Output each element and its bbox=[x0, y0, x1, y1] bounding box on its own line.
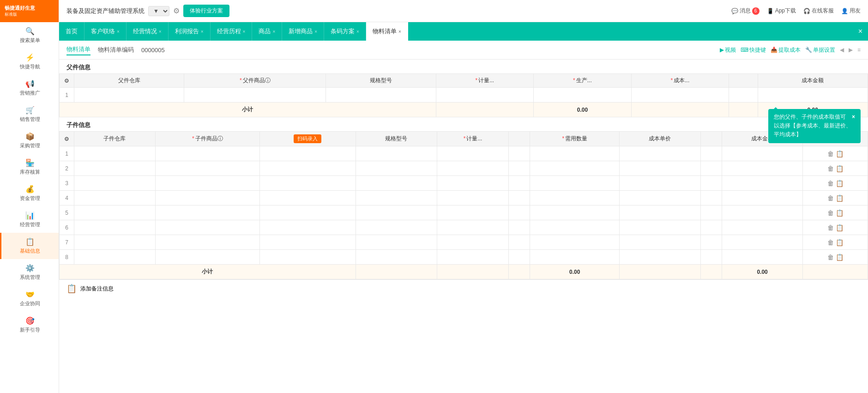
sidebar-item-finance[interactable]: 💰 资金管理 bbox=[0, 180, 59, 206]
copy-icon-7[interactable]: 📋 bbox=[836, 239, 844, 246]
child-qty-8[interactable] bbox=[530, 250, 620, 265]
parent-production-1[interactable] bbox=[534, 88, 632, 103]
child-spec-2[interactable] bbox=[356, 161, 437, 176]
delete-icon-1[interactable]: 🗑 bbox=[827, 150, 834, 157]
tab-operations-close[interactable]: × bbox=[159, 29, 162, 34]
delete-icon-4[interactable]: 🗑 bbox=[827, 194, 834, 202]
user-item[interactable]: 👤 用友 bbox=[841, 7, 861, 15]
child-unit-cost-6[interactable] bbox=[620, 220, 701, 235]
tab-history[interactable]: 经营历程 × bbox=[211, 22, 253, 41]
child-unit-cost-5[interactable] bbox=[620, 206, 701, 220]
child-goods-1[interactable] bbox=[155, 146, 259, 161]
child-unit-3[interactable] bbox=[437, 176, 509, 191]
child-goods-3[interactable] bbox=[155, 176, 259, 191]
child-unit-4[interactable] bbox=[437, 191, 509, 206]
child-unit-cost-1[interactable] bbox=[620, 146, 701, 161]
tooltip-close[interactable]: × bbox=[852, 113, 855, 121]
sidebar-item-guide[interactable]: 🎯 新手引导 bbox=[0, 312, 59, 338]
child-spec-7[interactable] bbox=[356, 235, 437, 250]
delete-icon-8[interactable]: 🗑 bbox=[827, 254, 834, 261]
child-spec-1[interactable] bbox=[356, 146, 437, 161]
child-warehouse-8[interactable] bbox=[74, 250, 156, 265]
bottom-icon[interactable]: 📋 bbox=[66, 284, 77, 294]
child-qty-5[interactable] bbox=[530, 206, 620, 220]
parent-warehouse-1[interactable] bbox=[74, 88, 184, 103]
action-shortcut[interactable]: ⌨ 快捷键 bbox=[741, 46, 766, 54]
tab-goods-close[interactable]: × bbox=[272, 29, 275, 34]
tab-profit[interactable]: 利润报告 × bbox=[169, 22, 211, 41]
delete-icon-5[interactable]: 🗑 bbox=[827, 209, 834, 217]
child-warehouse-6[interactable] bbox=[74, 220, 156, 235]
child-col-settings[interactable]: ⚙ bbox=[60, 132, 74, 146]
child-unit-cost-2[interactable] bbox=[620, 161, 701, 176]
child-warehouse-1[interactable] bbox=[74, 146, 156, 161]
sidebar-item-basic-info[interactable]: 📋 基础信息 bbox=[0, 233, 59, 259]
child-warehouse-2[interactable] bbox=[74, 161, 156, 176]
sidebar-item-system[interactable]: ⚙️ 系统管理 bbox=[0, 259, 59, 285]
child-goods-7[interactable] bbox=[155, 235, 259, 250]
sub-tab-bom[interactable]: 物料清单 bbox=[66, 44, 90, 55]
child-unit-cost-3[interactable] bbox=[620, 176, 701, 191]
child-goods-4[interactable] bbox=[155, 191, 259, 206]
child-spec-6[interactable] bbox=[356, 220, 437, 235]
sidebar-item-quick-nav[interactable]: ⚡ 快捷导航 bbox=[0, 48, 59, 75]
action-single-settings[interactable]: 🔧 单据设置 bbox=[805, 46, 835, 54]
nav-prev[interactable]: ◀ bbox=[840, 47, 844, 53]
sidebar-item-enterprise[interactable]: 🤝 企业协同 bbox=[0, 285, 59, 312]
settings-icon[interactable]: ⚙ bbox=[173, 6, 180, 15]
child-unit-cost-8[interactable] bbox=[620, 250, 701, 265]
child-qty-2[interactable] bbox=[530, 161, 620, 176]
parent-goods-1[interactable] bbox=[184, 88, 326, 103]
child-unit-2[interactable] bbox=[437, 161, 509, 176]
child-qty-4[interactable] bbox=[530, 191, 620, 206]
child-qty-6[interactable] bbox=[530, 220, 620, 235]
tab-history-close[interactable]: × bbox=[243, 29, 246, 34]
child-spec-3[interactable] bbox=[356, 176, 437, 191]
action-extract-cost[interactable]: 📥 提取成本 bbox=[771, 46, 801, 54]
tab-new-goods-close[interactable]: × bbox=[314, 29, 317, 34]
close-all-tabs[interactable]: × bbox=[853, 27, 868, 36]
scan-button[interactable]: 扫码录入 bbox=[294, 134, 321, 143]
child-warehouse-5[interactable] bbox=[74, 206, 156, 220]
child-spec-5[interactable] bbox=[356, 206, 437, 220]
delete-icon-6[interactable]: 🗑 bbox=[827, 224, 834, 231]
copy-icon-6[interactable]: 📋 bbox=[836, 224, 844, 231]
sidebar-item-sales[interactable]: 🛒 销售管理 bbox=[0, 101, 59, 127]
child-qty-1[interactable] bbox=[530, 146, 620, 161]
copy-icon-4[interactable]: 📋 bbox=[836, 194, 844, 202]
child-col-scan[interactable]: 扫码录入 bbox=[259, 132, 356, 146]
child-unit-1[interactable] bbox=[437, 146, 509, 161]
parent-unit-1[interactable] bbox=[436, 88, 534, 103]
sidebar-item-inventory[interactable]: 🏪 库存核算 bbox=[0, 154, 59, 180]
child-warehouse-7[interactable] bbox=[74, 235, 156, 250]
copy-icon-5[interactable]: 📋 bbox=[836, 209, 844, 217]
message-item[interactable]: 💬 消息 6 bbox=[731, 7, 760, 15]
child-qty-3[interactable] bbox=[530, 176, 620, 191]
child-unit-cost-7[interactable] bbox=[620, 235, 701, 250]
child-unit-8[interactable] bbox=[437, 250, 509, 265]
tab-home[interactable]: 首页 bbox=[59, 22, 84, 41]
sidebar-item-search[interactable]: 🔍 搜索菜单 bbox=[0, 22, 59, 48]
tab-barcode[interactable]: 条码方案 × bbox=[324, 22, 366, 41]
tab-goods[interactable]: 商品 × bbox=[252, 22, 282, 41]
tab-profit-close[interactable]: × bbox=[201, 29, 204, 34]
child-qty-7[interactable] bbox=[530, 235, 620, 250]
tab-barcode-close[interactable]: × bbox=[356, 29, 359, 34]
child-unit-cost-4[interactable] bbox=[620, 191, 701, 206]
copy-icon-3[interactable]: 📋 bbox=[836, 180, 844, 187]
child-warehouse-4[interactable] bbox=[74, 191, 156, 206]
tab-bom[interactable]: 物料清单 × bbox=[366, 22, 408, 41]
copy-icon-8[interactable]: 📋 bbox=[836, 254, 844, 261]
copy-icon-2[interactable]: 📋 bbox=[836, 165, 844, 172]
child-goods-6[interactable] bbox=[155, 220, 259, 235]
nav-next[interactable]: ▶ bbox=[849, 47, 853, 53]
copy-icon-1[interactable]: 📋 bbox=[836, 150, 844, 157]
child-goods-5[interactable] bbox=[155, 206, 259, 220]
sidebar-item-operations[interactable]: 📊 经营管理 bbox=[0, 206, 59, 233]
tab-new-goods[interactable]: 新增商品 × bbox=[282, 22, 324, 41]
tab-bom-close[interactable]: × bbox=[398, 29, 401, 34]
child-warehouse-3[interactable] bbox=[74, 176, 156, 191]
child-goods-2[interactable] bbox=[155, 161, 259, 176]
child-unit-6[interactable] bbox=[437, 220, 509, 235]
app-download-item[interactable]: 📱 App下载 bbox=[767, 7, 796, 15]
